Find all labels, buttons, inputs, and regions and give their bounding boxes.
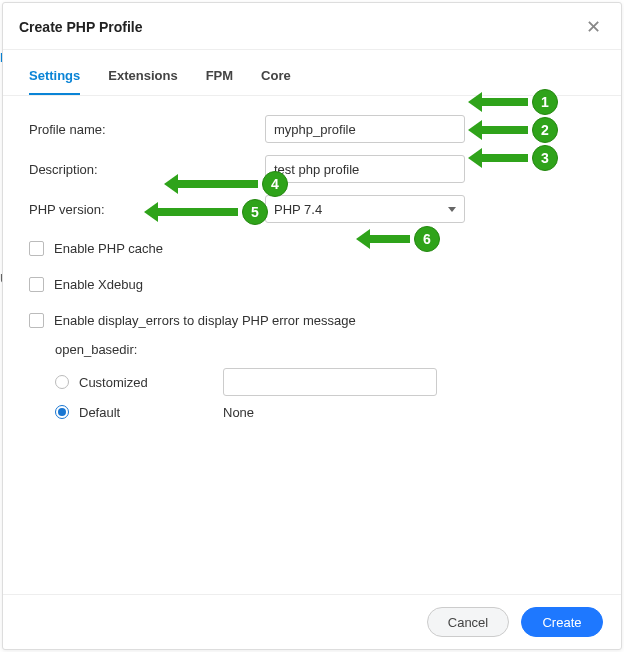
chevron-down-icon <box>448 207 456 212</box>
dialog-footer: Cancel Create <box>3 594 621 649</box>
open-basedir-default-radio[interactable] <box>55 405 69 419</box>
open-basedir-label: open_basedir: <box>55 342 595 357</box>
tab-extensions[interactable]: Extensions <box>108 60 177 95</box>
enable-display-errors-checkbox[interactable] <box>29 313 44 328</box>
php-version-select[interactable]: PHP 7.4 <box>265 195 465 223</box>
open-basedir-customized-label: Customized <box>79 375 223 390</box>
tab-fpm[interactable]: FPM <box>206 60 233 95</box>
enable-display-errors-label: Enable display_errors to display PHP err… <box>54 313 356 328</box>
tab-settings[interactable]: Settings <box>29 60 80 95</box>
open-basedir-customized-radio[interactable] <box>55 375 69 389</box>
open-basedir-default-value: None <box>223 405 254 420</box>
create-button[interactable]: Create <box>521 607 603 637</box>
cancel-button[interactable]: Cancel <box>427 607 509 637</box>
php-version-label: PHP version: <box>29 202 265 217</box>
tab-core[interactable]: Core <box>261 60 291 95</box>
enable-php-cache-checkbox[interactable] <box>29 241 44 256</box>
enable-xdebug-checkbox[interactable] <box>29 277 44 292</box>
tabs: SettingsExtensionsFPMCore <box>3 50 621 96</box>
open-basedir-customized-input[interactable] <box>223 368 437 396</box>
enable-xdebug-label: Enable Xdebug <box>54 277 143 292</box>
dialog-content: Profile name: Description: PHP version: … <box>3 96 621 594</box>
enable-php-cache-label: Enable PHP cache <box>54 241 163 256</box>
profile-name-label: Profile name: <box>29 122 265 137</box>
create-php-profile-dialog: Create PHP Profile ✕ SettingsExtensionsF… <box>2 2 622 650</box>
php-version-value: PHP 7.4 <box>274 202 322 217</box>
dialog-title: Create PHP Profile <box>19 19 142 35</box>
dialog-header: Create PHP Profile ✕ <box>3 3 621 50</box>
profile-name-input[interactable] <box>265 115 465 143</box>
open-basedir-default-label: Default <box>79 405 223 420</box>
description-label: Description: <box>29 162 265 177</box>
description-input[interactable] <box>265 155 465 183</box>
close-icon[interactable]: ✕ <box>581 15 605 39</box>
